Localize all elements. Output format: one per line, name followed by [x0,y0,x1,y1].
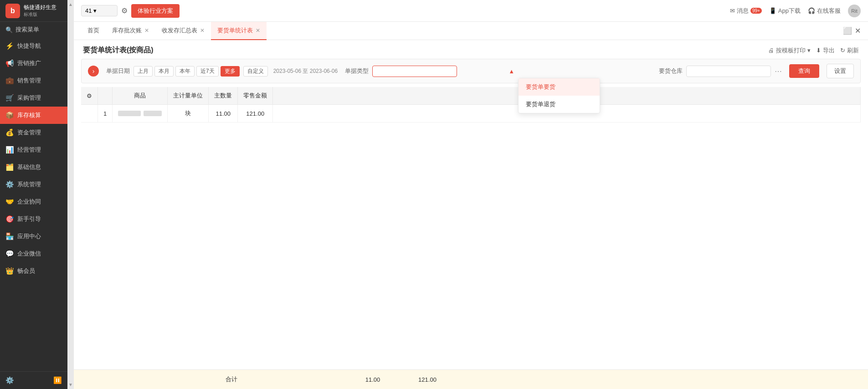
custom-date-btn[interactable]: 自定义 [243,66,268,77]
sidebar-item-finance[interactable]: 💰 资金管理 [0,124,67,141]
col-number [98,87,113,105]
tab-inventory-batch[interactable]: 库存批次账 ✕ [106,22,155,40]
sidebar-footer: ⚙️ ⏸️ [0,371,67,389]
date-filter-label: 单据日期 [106,67,130,75]
sidebar-item-system[interactable]: ⚙️ 系统管理 [0,176,67,193]
app-download-button[interactable]: 📱 App下载 [769,7,801,15]
basic-icon: 🗂️ [5,163,14,171]
sidebar-item-enterprise[interactable]: 🤝 企业协同 [0,193,67,210]
online-service-button[interactable]: 🎧 在线客服 [808,7,841,15]
more-filters-icon[interactable]: ⋯ [775,67,782,76]
col-quantity: 主数量 [209,87,238,105]
trial-button[interactable]: 体验行业方案 [131,4,180,18]
data-table: ⚙ 商品 主计量单位 主数量 零售金额 1 [81,87,861,123]
page-header: 要货单统计表(按商品) 🖨 按模板打印 ▾ ⬇ 导出 ↻ 刷新 [74,40,868,59]
tab-maximize-icon[interactable]: ⬜ [843,26,852,35]
purchase-icon: 🛒 [5,94,14,102]
scroll-down-arrow[interactable]: ▼ [68,382,73,387]
sidebar-scroll-handle: ▲ ▼ [67,0,74,389]
scroll-up-arrow[interactable]: ▲ [68,2,73,7]
member-icon: 👑 [5,267,14,275]
sidebar: b 畅捷通好生意 标准版 🔍 搜索菜单 ⚡ 快捷导航 📢 营销推广 💼 销售管理… [0,0,67,389]
tab-close-receivable-summary[interactable]: ✕ [200,27,205,34]
download-icon: 📱 [769,7,776,14]
type-filter-input[interactable] [372,66,457,77]
tab-receivable-summary[interactable]: 收发存汇总表 ✕ [155,22,211,40]
topbar-settings-icon[interactable]: ⚙ [121,6,128,15]
print-icon: 🖨 [768,47,774,54]
message-icon: ✉ [730,7,735,14]
sidebar-header: b 畅捷通好生意 标准版 [0,0,67,22]
tab-close-all-icon[interactable]: ✕ [855,26,861,35]
sidebar-item-guide[interactable]: 🎯 新手引导 [0,210,67,228]
guide-icon: 🎯 [5,215,14,223]
row-amount: 121.00 [238,105,273,123]
more-dates-btn[interactable]: 更多 [221,66,240,77]
this-month-btn[interactable]: 本月 [154,66,174,77]
chevron-down-icon: ▾ [93,7,97,14]
print-template-button[interactable]: 🖨 按模板打印 ▾ [768,46,811,55]
main-area: 41 ▾ ⚙ 体验行业方案 ✉ 消息 99+ 📱 App下载 🎧 在线客服 Ri… [74,0,868,389]
date-filter-group: 单据日期 上月 本月 本年 近7天 更多 自定义 2023-05-06 至 20… [106,66,338,77]
marketing-icon: 📢 [5,59,14,67]
sidebar-title: 畅捷通好生意 标准版 [24,4,56,17]
sidebar-item-marketing[interactable]: 📢 营销推广 [0,55,67,72]
row-quantity: 11.00 [209,105,238,123]
dropdown-item-order[interactable]: 要货单要货 [519,78,600,96]
export-button[interactable]: ⬇ 导出 [816,46,835,55]
warehouse-filter-group: 要货仓库 ⋯ [659,66,782,77]
sidebar-item-basic[interactable]: 🗂️ 基础信息 [0,159,67,176]
tab-home[interactable]: 首页 [81,22,106,40]
inventory-icon: 📦 [5,111,14,119]
settings-footer-icon[interactable]: ⚙️ [5,376,14,384]
table-container: ⚙ 商品 主计量单位 主数量 零售金额 1 [81,87,861,369]
tabs-end: ⬜ ✕ [843,26,861,35]
quick-icon: ⚡ [5,42,14,50]
sidebar-item-purchase[interactable]: 🛒 采购管理 [0,89,67,107]
operation-icon: 📊 [5,146,14,154]
chevron-print-icon: ▾ [807,47,811,54]
dropdown-item-return[interactable]: 要货单退货 [519,96,600,113]
warehouse-filter-input[interactable] [686,66,771,77]
user-avatar[interactable]: Rit [848,5,861,17]
sidebar-search-item[interactable]: 🔍 搜索菜单 [0,22,67,37]
tab-close-order-summary[interactable]: ✕ [256,27,260,34]
table-row: 1 块 11.00 121.00 [81,105,861,123]
filter-bar: › 单据日期 上月 本月 本年 近7天 更多 自定义 2023-05-06 至 … [81,59,861,83]
page-title: 要货单统计表(按商品) [83,46,154,55]
sidebar-item-appstore[interactable]: 🏪 应用中心 [0,228,67,245]
sidebar-item-sales[interactable]: 💼 销售管理 [0,72,67,89]
sidebar-item-member[interactable]: 👑 畅会员 [0,262,67,280]
col-settings[interactable]: ⚙ [81,87,98,105]
topbar-left: 41 ▾ ⚙ 体验行业方案 [81,4,724,18]
tab-close-inventory-batch[interactable]: ✕ [144,27,149,34]
type-dropdown-chevron-icon[interactable]: ▲ [508,68,514,75]
wechat-icon: 💬 [5,250,14,258]
query-button[interactable]: 查询 [789,64,819,78]
sidebar-item-operation[interactable]: 📊 经营管理 [0,141,67,159]
refresh-button[interactable]: ↻ 刷新 [840,46,859,55]
system-icon: ⚙️ [5,180,14,189]
table-footer: 合计 11.00 121.00 [74,369,868,389]
this-year-btn[interactable]: 本年 [175,66,195,77]
last-7-days-btn[interactable]: 近7天 [196,66,219,77]
appstore-icon: 🏪 [5,232,14,241]
col-unit: 主计量单位 [168,87,209,105]
filter-expand-button[interactable]: › [88,66,99,77]
sidebar-item-quick[interactable]: ⚡ 快捷导航 [0,37,67,55]
type-filter-label: 单据类型 [345,67,369,75]
footer-amount: 121.00 [400,376,455,383]
messages-button[interactable]: ✉ 消息 99+ [730,7,762,15]
sales-icon: 💼 [5,77,14,85]
filter-settings-button[interactable]: 设置 [827,64,854,78]
store-selector[interactable]: 41 ▾ [81,5,118,16]
date-shortcuts: 上月 本月 本年 近7天 更多 [134,66,240,77]
sidebar-item-inventory[interactable]: 📦 库存核算 [0,107,67,124]
sidebar-item-wechat[interactable]: 💬 企业微信 [0,245,67,262]
last-month-btn[interactable]: 上月 [134,66,153,77]
footer-quantity: 11.00 [345,376,400,383]
collapse-icon[interactable]: ⏸️ [53,376,62,384]
table-header-row: ⚙ 商品 主计量单位 主数量 零售金额 [81,87,861,105]
tab-order-summary[interactable]: 要货单统计表 ✕ [211,22,267,40]
search-icon: 🔍 [5,26,13,33]
